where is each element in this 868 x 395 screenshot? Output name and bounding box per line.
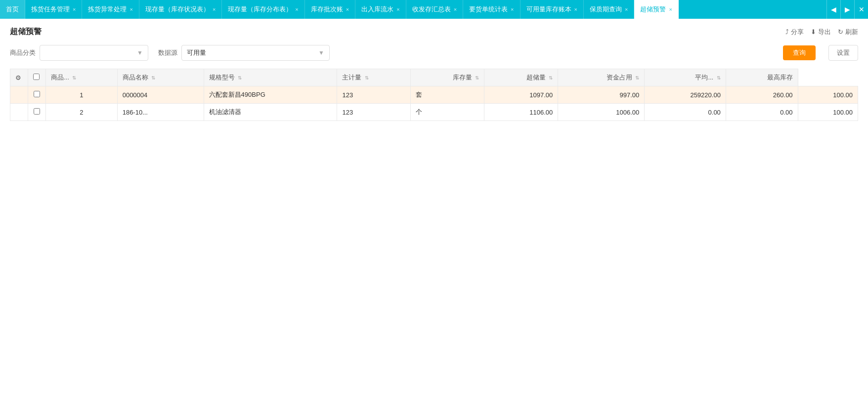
close-icon[interactable]: × [73, 6, 76, 12]
td-unit: 套 [411, 86, 484, 104]
th-overflow[interactable]: 超储量 ⇅ [484, 69, 558, 86]
nav-stock-batch[interactable]: 库存批次账 × [305, 0, 355, 19]
close-icon[interactable]: × [213, 6, 216, 12]
close-icon[interactable]: × [625, 6, 628, 12]
export-button[interactable]: ⬇ 导出 [811, 28, 831, 37]
sort-icon: ⇅ [238, 75, 242, 80]
chevron-down-icon: ▼ [318, 49, 324, 56]
th-stock[interactable]: 库存量 ⇅ [411, 69, 484, 86]
td-capital: 259220.00 [645, 86, 726, 104]
td-code: 0000004 [117, 86, 204, 104]
td-spec: 123 [337, 86, 411, 104]
close-icon[interactable]: × [396, 6, 399, 12]
category-filter: 商品分类 ▼ [10, 45, 148, 61]
th-spec[interactable]: 规格型号 ⇅ [204, 69, 337, 86]
data-table: ⚙ 商品... ⇅ 商品名称 ⇅ 规格型号 ⇅ 主计量 [10, 69, 858, 121]
close-icon[interactable]: × [574, 6, 577, 12]
export-icon: ⬇ [811, 28, 816, 36]
close-icon[interactable]: × [669, 6, 672, 12]
filter-row: 商品分类 ▼ 数据源 可用量 ▼ 查询 设置 [10, 45, 858, 61]
td-checkbox[interactable] [28, 86, 46, 104]
page-title: 超储预警 [10, 27, 42, 37]
td-settings [10, 104, 28, 121]
datasource-filter: 数据源 可用量 ▼ [158, 45, 330, 61]
settings-icon[interactable]: ⚙ [15, 74, 21, 81]
category-select[interactable]: ▼ [40, 45, 148, 61]
td-checkbox[interactable] [28, 104, 46, 121]
select-all-checkbox[interactable] [33, 74, 40, 80]
close-icon[interactable]: × [454, 6, 457, 12]
th-avg[interactable]: 平均... ⇅ [645, 69, 726, 86]
refresh-icon: ↻ [838, 28, 843, 36]
sort-icon: ⇅ [717, 75, 721, 80]
page-content: 超储预警 ⤴ 分享 ⬇ 导出 ↻ 刷新 商品分类 ▼ 数据源 [0, 19, 868, 395]
td-code: 186-10... [117, 104, 204, 121]
td-avg: 0.00 [726, 104, 798, 121]
td-name: 六配套新昌490BPG [204, 86, 337, 104]
nav-receive-summary[interactable]: 收发存汇总表 × [406, 0, 463, 19]
nav-inout-flow[interactable]: 出入库流水 × [355, 0, 406, 19]
nav-picking-task[interactable]: 拣货任务管理 × [25, 0, 82, 19]
td-unit: 个 [411, 104, 484, 121]
th-name[interactable]: 商品名称 ⇅ [117, 69, 204, 86]
datasource-select[interactable]: 可用量 ▼ [181, 45, 330, 61]
top-navigation: 首页 拣货任务管理 × 拣货异常处理 × 现存量（库存状况表） × 现存量（库存… [0, 0, 868, 19]
th-settings: ⚙ [10, 69, 28, 86]
sort-icon: ⇅ [72, 75, 76, 80]
td-overflow: 1006.00 [558, 104, 645, 121]
sort-icon: ⇅ [151, 75, 155, 80]
nav-prev-button[interactable]: ◀ [826, 0, 840, 19]
row-checkbox[interactable] [34, 91, 40, 97]
th-checkbox [28, 69, 46, 86]
nav-overstock-warning[interactable]: 超储预警 × [634, 0, 678, 19]
td-stock: 1097.00 [484, 86, 558, 104]
nav-next-button[interactable]: ▶ [840, 0, 854, 19]
td-settings [10, 86, 28, 104]
td-stock: 1106.00 [484, 104, 558, 121]
header-actions: ⤴ 分享 ⬇ 导出 ↻ 刷新 [785, 28, 858, 37]
nav-home[interactable]: 首页 [0, 0, 25, 19]
td-max-stock: 100.00 [798, 86, 858, 104]
td-overflow: 997.00 [558, 86, 645, 104]
nav-quality-period[interactable]: 保质期查询 × [584, 0, 634, 19]
datasource-value: 可用量 [187, 48, 206, 57]
close-icon[interactable]: × [511, 6, 514, 12]
nav-order-stats[interactable]: 要货单统计表 × [463, 0, 520, 19]
th-capital[interactable]: 资金占用 ⇅ [558, 69, 645, 86]
query-button[interactable]: 查询 [783, 45, 816, 60]
nav-picking-exception[interactable]: 拣货异常处理 × [82, 0, 139, 19]
chevron-down-icon: ▼ [137, 49, 143, 56]
td-max-stock: 100.00 [798, 104, 858, 121]
td-row-num: 1 [46, 86, 118, 104]
nav-close-all-button[interactable]: ✕ [854, 0, 868, 19]
nav-arrows: ◀ ▶ ✕ [826, 0, 868, 19]
th-code[interactable]: 商品... ⇅ [46, 69, 118, 86]
table-header-row: ⚙ 商品... ⇅ 商品名称 ⇅ 规格型号 ⇅ 主计量 [10, 69, 858, 86]
th-max-stock: 最高库存 [726, 69, 798, 86]
nav-stock-distribution[interactable]: 现存量（库存分布表） × [222, 0, 304, 19]
datasource-label: 数据源 [158, 48, 177, 57]
td-name: 机油滤清器 [204, 104, 337, 121]
nav-usable-stock[interactable]: 可用量库存账本 × [521, 0, 584, 19]
row-checkbox[interactable] [34, 108, 40, 115]
td-spec: 123 [337, 104, 411, 121]
share-icon: ⤴ [785, 28, 789, 36]
sort-icon: ⇅ [635, 75, 639, 80]
table-row: 1 0000004 六配套新昌490BPG 123 套 1097.00 997.… [10, 86, 858, 104]
share-button[interactable]: ⤴ 分享 [785, 28, 804, 37]
sort-icon: ⇅ [365, 75, 369, 80]
td-capital: 0.00 [645, 104, 726, 121]
settings-button[interactable]: 设置 [828, 45, 858, 61]
td-row-num: 2 [46, 104, 118, 121]
category-label: 商品分类 [10, 48, 36, 57]
refresh-button[interactable]: ↻ 刷新 [838, 28, 858, 37]
close-icon[interactable]: × [130, 6, 132, 12]
page-header: 超储预警 ⤴ 分享 ⬇ 导出 ↻ 刷新 [10, 27, 858, 37]
close-icon[interactable]: × [295, 6, 298, 12]
close-icon[interactable]: × [346, 6, 349, 12]
sort-icon: ⇅ [475, 75, 479, 80]
nav-stock-status[interactable]: 现存量（库存状况表） × [139, 0, 222, 19]
th-unit[interactable]: 主计量 ⇅ [337, 69, 411, 86]
table-row: 2 186-10... 机油滤清器 123 个 1106.00 1006.00 … [10, 104, 858, 121]
td-avg: 260.00 [726, 86, 798, 104]
